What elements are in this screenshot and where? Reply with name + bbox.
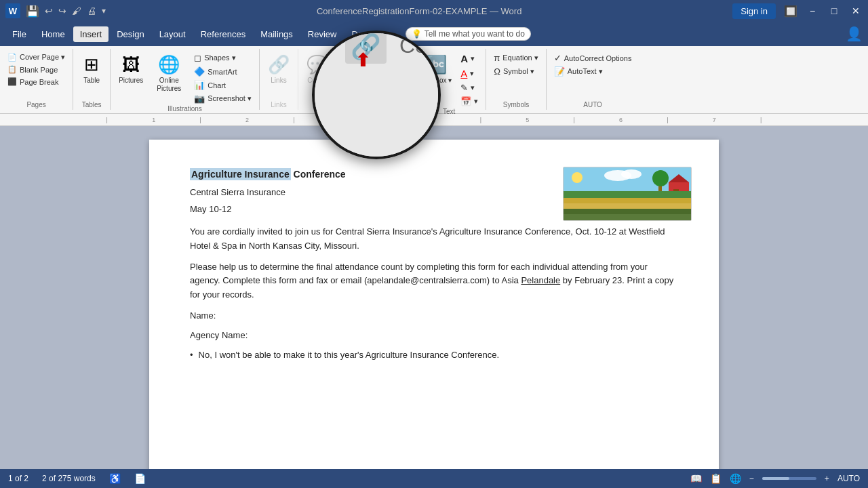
maximize-button[interactable]: □ (827, 4, 841, 18)
smartart-button[interactable]: 🔷 SmartArt (191, 65, 255, 78)
footer-button[interactable]: ≡ Footer ▾ (341, 65, 408, 78)
online-pictures-button[interactable]: 🌐 Online Pictures (149, 52, 189, 96)
document[interactable]: Agriculture Insurance Conference Central… (149, 140, 719, 469)
text-box-button[interactable]: 🔤 Text Box ▾ (416, 52, 456, 87)
menu-mailings[interactable]: Mailings (254, 26, 300, 42)
zoom-slider[interactable] (762, 477, 816, 480)
date-icon: 📅 (460, 96, 471, 106)
comments-icon: 💬 (307, 54, 328, 75)
redo-icon[interactable]: ↪ (58, 5, 66, 16)
text-style-a-button[interactable]: A ▾ (457, 52, 481, 66)
read-mode-icon[interactable]: 📖 (690, 473, 702, 484)
customize-icon[interactable]: ▾ (102, 6, 106, 16)
tables-label: Tables (77, 101, 106, 110)
text-buttons: 🔤 Text Box ▾ A ▾ A ▾ ✎ ▾ (416, 52, 481, 108)
svg-point-5 (652, 170, 669, 186)
symbols-label: Symbols (490, 101, 541, 110)
ribbon-symbols-group: π Equation ▾ Ω Symbol ▾ Symbols (486, 49, 546, 110)
page-number-button[interactable]: # Page Number ▾ (341, 79, 408, 92)
text-color-button[interactable]: A ▾ (457, 66, 481, 81)
text-box-icon: 🔤 (425, 54, 447, 75)
zoom-out-button[interactable]: − (749, 474, 754, 483)
illustrations-buttons: 🖼 Pictures 🌐 Online Pictures ◻ Shapes ▾ … (115, 52, 255, 105)
links-icon: 🔗 (268, 54, 290, 75)
online-pictures-icon: 🌐 (158, 54, 180, 75)
quick-save-icon[interactable]: 💾 (26, 5, 39, 18)
ribbon-tables-group: ⊞ Table Tables (73, 49, 111, 110)
bullet-text1: No, I won't be able to make it to this y… (199, 348, 500, 363)
links-button[interactable]: 🔗 Links (264, 52, 294, 87)
pictures-button[interactable]: 🖼 Pictures (115, 52, 147, 87)
statusbar: 1 of 2 2 of 275 words ♿ 📄 📖 📋 🌐 − + AUTO (0, 469, 868, 488)
symbol-button[interactable]: Ω Symbol ▾ (490, 65, 541, 78)
svg-point-1 (572, 172, 583, 183)
ribbon-header-footer-group: ≡ Header ▾ ≡ Footer ▾ # Page Number ▾ He… (337, 49, 412, 110)
chart-button[interactable]: 📊 Chart (191, 79, 255, 92)
menu-review[interactable]: Review (301, 26, 344, 42)
web-layout-icon[interactable]: 🌐 (730, 473, 741, 484)
tell-me-text: Tell me what you want to do (425, 29, 525, 39)
footer-icon: ≡ (344, 66, 350, 77)
header-icon: ≡ (344, 53, 350, 63)
page-break-button[interactable]: ⬛ Page Break (4, 76, 68, 87)
zoom-in-button[interactable]: + (825, 474, 829, 483)
comments-buttons: 💬 Com... (302, 52, 332, 110)
cover-page-icon: 📄 (7, 53, 17, 62)
svg-point-3 (621, 169, 642, 179)
header-button[interactable]: ≡ Header ▾ (341, 52, 408, 64)
pelandale-link[interactable]: Pelandale (521, 275, 560, 285)
table-button[interactable]: ⊞ Table (77, 52, 106, 87)
screenshot-button[interactable]: 📷 Screenshot ▾ (191, 92, 255, 105)
svg-rect-10 (564, 198, 692, 203)
svg-rect-13 (564, 214, 692, 221)
cover-page-button[interactable]: 📄 Cover Page ▾ (4, 52, 68, 63)
ruler: | 1 | 2 | 3 | 4 | 5 | 6 | 7 | (0, 114, 868, 126)
document-area: 🌐 🔗 ⬆ Com (0, 126, 868, 469)
blank-page-icon: 📋 (7, 65, 17, 74)
share-icon[interactable]: 👤 (846, 26, 863, 42)
menu-layout[interactable]: Layout (153, 26, 193, 42)
undo-icon[interactable]: ↩ (45, 5, 53, 16)
menu-references[interactable]: References (194, 26, 252, 42)
signature-button[interactable]: ✎ ▾ (457, 81, 481, 94)
autocorrect-button[interactable]: ✓ AutoCorrect Options (551, 52, 635, 64)
header-footer-label: Header & Footer (341, 101, 408, 110)
blank-page-button[interactable]: 📋 Blank Page (4, 64, 68, 75)
signature2-button[interactable]: 📅 ▾ (457, 95, 481, 108)
menu-developer[interactable]: Developer (344, 26, 398, 42)
ribbon-toggle-icon[interactable]: 🔲 (784, 5, 797, 18)
menu-home[interactable]: Home (35, 26, 72, 42)
print-icon[interactable]: 🖨 (87, 5, 96, 16)
farm-svg (564, 167, 692, 221)
pictures-icon: 🖼 (122, 54, 140, 75)
comments-button[interactable]: 💬 Com... (302, 52, 332, 87)
header-footer-buttons: ≡ Header ▾ ≡ Footer ▾ # Page Number ▾ (341, 52, 408, 101)
minimize-button[interactable]: − (806, 4, 819, 18)
menu-file[interactable]: File (5, 26, 33, 42)
paint-icon[interactable]: 🖌 (72, 5, 81, 16)
tables-buttons: ⊞ Table (77, 52, 106, 101)
svg-rect-12 (564, 209, 692, 214)
sign-in-button[interactable]: Sign in (732, 3, 776, 19)
signature-icon: ✎ (460, 83, 468, 93)
accessibility-icon[interactable]: ♿ (109, 473, 121, 484)
smartart-icon: 🔷 (194, 66, 205, 77)
equation-button[interactable]: π Equation ▾ (490, 52, 541, 64)
illus-small-stack: ◻ Shapes ▾ 🔷 SmartArt 📊 Chart 📷 Screensh… (191, 52, 255, 105)
print-layout-icon[interactable]: 📋 (710, 473, 722, 484)
tell-me-box[interactable]: 💡 Tell me what you want to do (406, 27, 531, 41)
titlebar-right: Sign in 🔲 − □ ✕ (732, 3, 863, 19)
menu-insert[interactable]: Insert (73, 26, 109, 42)
menubar: File Home Insert Design Layout Reference… (0, 22, 868, 46)
document-view-icon[interactable]: 📄 (134, 473, 146, 484)
menu-design[interactable]: Design (110, 26, 151, 42)
chart-icon: 📊 (194, 80, 205, 90)
shapes-button[interactable]: ◻ Shapes ▾ (191, 52, 255, 64)
close-button[interactable]: ✕ (849, 4, 863, 18)
document-title: ConferenceRegistrationForm-02-EXAMPLE — … (317, 6, 522, 16)
illustrations-label: Illustrations (115, 105, 255, 114)
word-icon: W (5, 3, 20, 18)
page-count: 1 of 2 (8, 474, 28, 483)
autotext-button[interactable]: 📝 AutoText ▾ (551, 65, 635, 78)
svg-rect-11 (564, 203, 692, 209)
